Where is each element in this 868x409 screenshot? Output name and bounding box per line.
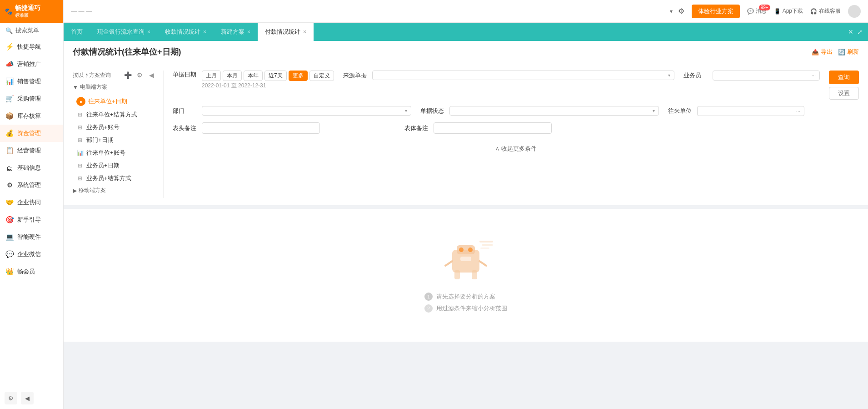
date-btn-this-month[interactable]: 本月 <box>223 71 242 81</box>
sidebar-item-label: 基础信息 <box>17 164 41 172</box>
settings-btn[interactable]: 设置 <box>829 87 859 100</box>
tab-payment-stats-close[interactable]: × <box>303 29 306 35</box>
tab-close-all-btn[interactable]: ✕ <box>848 28 853 35</box>
header-notes-input[interactable] <box>202 122 320 134</box>
voucher-status-select[interactable]: ▾ <box>449 106 659 116</box>
voucher-status-label: 单据状态 <box>420 107 446 115</box>
tab-receipt-stats-label: 收款情况统计 <box>165 28 200 36</box>
sidebar-item-system[interactable]: ⚙ 系统管理 <box>0 177 63 194</box>
user-avatar[interactable] <box>848 5 861 18</box>
sidebar-item-guide[interactable]: 🎯 新手引导 <box>0 211 63 228</box>
plan-item-dept-date[interactable]: ⊞ 部门+日期 <box>73 134 156 146</box>
sidebar-item-operation[interactable]: 📋 经营管理 <box>0 142 63 159</box>
date-btn-this-year[interactable]: 本年 <box>244 71 263 81</box>
app-download-btn[interactable]: 📱 App下载 <box>774 7 803 15</box>
refresh-icon: 🔄 <box>838 49 845 56</box>
voucher-status-field: 单据状态 ▾ <box>420 106 659 116</box>
sidebar-item-inventory[interactable]: 📦 库存核算 <box>0 107 63 125</box>
collapse-label: 收起更多条件 <box>501 145 537 152</box>
topbar: — — — ▾ ⚙ 体验行业方案 💬 消息 99+ 📱 App下载 🎧 在线客服 <box>64 0 868 23</box>
expand-icon: ▼ <box>73 84 78 91</box>
page-content: 付款情况统计(往来单位+日期) 📤 导出 🔄 刷新 按以下方案查询 <box>64 41 868 409</box>
collapse-btn[interactable]: ∧ 收起更多条件 <box>495 145 537 152</box>
query-btn[interactable]: 查询 <box>829 71 859 84</box>
logo-text: 畅捷通巧 <box>15 4 40 12</box>
search-menu[interactable]: 🔍 搜索菜单 <box>0 23 63 38</box>
plan-item-partner-account[interactable]: 📊 往来单位+账号 <box>73 146 156 159</box>
plan-settings-btn[interactable]: ⚙ <box>135 71 144 80</box>
tab-payment-stats-label: 付款情况统计 <box>265 28 300 36</box>
purchase-icon: 🛒 <box>5 95 14 103</box>
date-btn-last-month[interactable]: 上月 <box>202 71 221 81</box>
expand-icon: ▶ <box>73 187 77 194</box>
topbar-dropdown[interactable]: ▾ <box>670 8 673 15</box>
sidebar-item-purchase[interactable]: 🛒 采购管理 <box>0 90 63 107</box>
download-icon: 📱 <box>774 8 781 15</box>
plan-item-partner-settlement[interactable]: ⊞ 往来单位+结算方式 <box>73 108 156 121</box>
sidebar-nav: ⚡ 快捷导航 📣 营销推广 📊 销售管理 🛒 采购管理 📦 库存核算 💰 资金管… <box>0 38 63 387</box>
body-notes-input[interactable] <box>434 122 552 134</box>
empty-state: 1 请先选择要分析的方案 2 用过滤条件来缩小分析范围 <box>64 209 868 342</box>
notifications-btn[interactable]: 💬 消息 99+ <box>747 7 767 15</box>
tip-num-1: 1 <box>424 293 433 301</box>
date-btn-last-7[interactable]: 近7天 <box>264 71 287 81</box>
export-btn[interactable]: 📤 导出 <box>812 48 833 56</box>
tab-receipt-stats[interactable]: 收款情况统计 × <box>158 23 214 41</box>
sidebar-item-label: 经营管理 <box>17 146 41 155</box>
tab-bank-flow[interactable]: 现金银行流水查询 × <box>90 23 158 41</box>
plan-item-partner-date[interactable]: ● 往来单位+日期 <box>73 95 156 108</box>
sidebar-item-basic-info[interactable]: 🗂 基础信息 <box>0 159 63 177</box>
sidebar-item-label: 系统管理 <box>17 181 41 189</box>
wechat-icon: 💬 <box>5 250 14 258</box>
sidebar-footer: ⚙ ◀ <box>0 387 63 409</box>
tab-payment-stats[interactable]: 付款情况统计 × <box>258 23 314 41</box>
date-btn-more[interactable]: 更多 <box>289 71 308 81</box>
sidebar-item-sales[interactable]: 📊 销售管理 <box>0 73 63 90</box>
sidebar-item-hardware[interactable]: 💻 智能硬件 <box>0 228 63 246</box>
date-range-text: 2022-01-01 至 2022-12-31 <box>202 82 334 90</box>
topbar-settings-icon[interactable]: ⚙ <box>678 7 684 15</box>
plan-item-staff-account[interactable]: ⊞ 业务员+账号 <box>73 121 156 134</box>
sidebar-item-label: 库存核算 <box>17 112 41 120</box>
tab-new-plan-close[interactable]: × <box>247 29 250 35</box>
tab-new-plan[interactable]: 新建方案 × <box>214 23 258 41</box>
tab-bank-flow-label: 现金银行流水查询 <box>97 28 145 36</box>
tab-bank-flow-close[interactable]: × <box>147 29 150 35</box>
tab-receipt-stats-close[interactable]: × <box>203 29 206 35</box>
sidebar-item-wechat[interactable]: 💬 企业微信 <box>0 246 63 263</box>
svg-rect-4 <box>460 257 471 261</box>
sidebar-item-capital[interactable]: 💰 资金管理 <box>0 125 63 142</box>
collapse-sidebar-btn[interactable]: ◀ <box>147 71 156 80</box>
sidebar-collapse-btn[interactable]: ◀ <box>21 392 34 404</box>
plan-item-staff-settlement[interactable]: ⊞ 业务员+结算方式 <box>73 172 156 185</box>
plan-item-staff-date[interactable]: ⊞ 业务员+日期 <box>73 159 156 172</box>
service-icon: 🎧 <box>810 8 817 15</box>
sidebar-item-label: 快捷导航 <box>17 43 41 51</box>
staff-field: 业务员 ··· <box>683 71 820 81</box>
sidebar-item-quick-nav[interactable]: ⚡ 快捷导航 <box>0 38 63 56</box>
sidebar-item-label: 智能硬件 <box>17 233 41 241</box>
online-service-btn[interactable]: 🎧 在线客服 <box>810 7 841 15</box>
source-voucher-select[interactable]: ▾ <box>372 71 674 80</box>
sidebar-item-enterprise[interactable]: 🤝 企业协同 <box>0 194 63 211</box>
hardware-icon: 💻 <box>5 233 14 241</box>
date-btn-custom[interactable]: 自定义 <box>309 71 334 81</box>
filter-area: 按以下方案查询 ➕ ⚙ ◀ ▼ 电脑端方案 ● 往来单 <box>64 63 868 205</box>
refresh-btn[interactable]: 🔄 刷新 <box>838 48 859 56</box>
voucher-date-field: 单据日期 上月 本月 本年 近7天 更多 自定义 20 <box>173 71 334 90</box>
dept-select[interactable]: ▾ <box>202 106 411 116</box>
plan-label: 业务员+账号 <box>86 123 120 131</box>
main-area: — — — ▾ ⚙ 体验行业方案 💬 消息 99+ 📱 App下载 🎧 在线客服 <box>64 0 868 409</box>
trial-btn[interactable]: 体验行业方案 <box>692 5 740 18</box>
sidebar-logo: 🐾 畅捷通巧 标准版 <box>0 0 63 23</box>
sidebar-settings-btn[interactable]: ⚙ <box>5 392 17 404</box>
dept-label: 部门 <box>173 107 198 115</box>
svg-point-3 <box>468 247 473 252</box>
add-plan-btn[interactable]: ➕ <box>123 71 132 80</box>
tabbar-controls: ✕ ⤢ <box>843 28 868 35</box>
tab-expand-btn[interactable]: ⤢ <box>857 28 863 35</box>
sidebar-item-member[interactable]: 👑 畅会员 <box>0 263 63 280</box>
tab-home[interactable]: 首页 <box>64 23 90 41</box>
sidebar-item-marketing[interactable]: 📣 营销推广 <box>0 56 63 73</box>
partner-field: 往来单位 ··· <box>668 106 804 116</box>
